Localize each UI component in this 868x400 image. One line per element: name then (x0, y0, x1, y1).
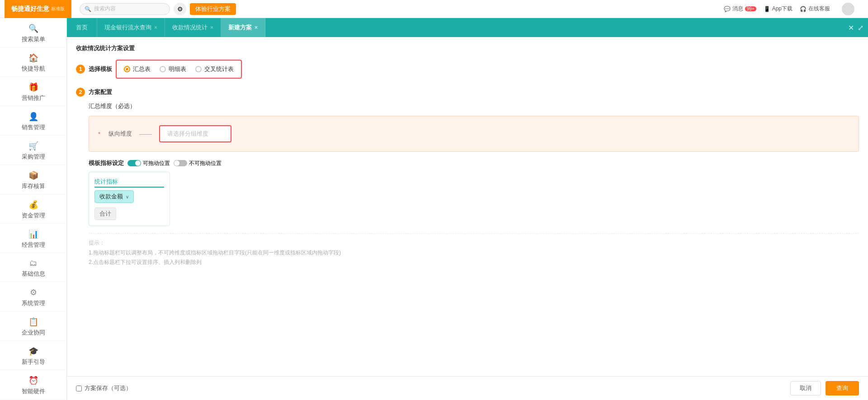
toggle-draggable[interactable] (127, 160, 141, 166)
gear-button[interactable]: ⚙ (174, 3, 186, 15)
tab-new-plan[interactable]: 新建方案 × (221, 18, 265, 37)
user-avatar[interactable] (842, 3, 854, 15)
sidebar-label-hardware: 智能硬件 (22, 387, 45, 395)
radio-cross[interactable]: 交叉统计表 (195, 65, 234, 73)
cart-icon: 🛒 (28, 141, 38, 151)
sidebar-label-inventory: 库存核算 (22, 182, 45, 190)
search-bar[interactable]: 🔍 搜索内容 (80, 3, 170, 15)
legend-fixed-label: 不可拖动位置 (189, 160, 222, 167)
dimension-title: 汇总维度（必选） (89, 102, 859, 110)
tab-expand-icon[interactable]: ⤢ (858, 24, 863, 32)
sidebar-item-enterprise[interactable]: 📋 企业协同 (0, 311, 66, 341)
tab-collection-label: 收款情况统计 (172, 24, 208, 32)
required-star: * (98, 131, 100, 137)
sidebar-item-marketing[interactable]: 🎁 营销推广 (0, 77, 66, 106)
download-icon: 📱 (764, 6, 770, 12)
save-checkbox[interactable]: 方案保存（可选） (76, 384, 132, 392)
sidebar-item-system[interactable]: ⚙ 系统管理 (0, 282, 66, 311)
sidebar-item-inventory[interactable]: 📦 库存核算 (0, 165, 66, 194)
sidebar-item-nav[interactable]: 🏠 快捷导航 (0, 47, 66, 77)
sidebar-item-basic[interactable]: 🗂 基础信息 (0, 253, 66, 282)
sidebar-item-guide[interactable]: 🎓 新手引导 (0, 341, 66, 370)
bottom-actions: 取消 查询 (790, 381, 859, 395)
indicators-section: 模板指标设定 可拖动位置 不可拖动位置 (89, 159, 859, 226)
sidebar-label-purchase: 采购管理 (22, 153, 45, 161)
service-item[interactable]: 🎧 在线客服 (800, 5, 830, 13)
tab-bar-end: ✕ ⤢ (848, 24, 868, 32)
download-label: App下载 (772, 5, 793, 13)
tab-close-icon[interactable]: ✕ (848, 24, 854, 32)
box-icon: 📦 (28, 170, 38, 180)
folder-icon: 🗂 (29, 259, 38, 268)
gift-icon: 🎁 (28, 82, 38, 92)
sidebar-item-finance[interactable]: 💰 资金管理 (0, 194, 66, 224)
clipboard-icon: 📋 (28, 317, 38, 327)
sidebar-label-enterprise: 企业协同 (22, 329, 45, 337)
indicators-title: 模板指标设定 (89, 159, 124, 167)
sidebar-item-sales[interactable]: 👤 销售管理 (0, 106, 66, 136)
indicator-static-total: 合计 (94, 207, 116, 220)
tab-home[interactable]: 首页 (67, 18, 97, 37)
sidebar-item-search[interactable]: 🔍 搜索菜单 (0, 18, 66, 47)
step2-content: 汇总维度（必选） * 纵向维度 —— 请选择分组维度 (76, 102, 859, 272)
tab-bar: 首页 现金银行流水查询 × 收款情况统计 × 新建方案 × ✕ ⤢ (67, 18, 868, 37)
step2-header: 2 方案配置 (76, 88, 859, 97)
sidebar-label-nav: 快捷导航 (22, 65, 45, 73)
radio-summary-circle (124, 66, 130, 72)
sidebar-label-system: 系统管理 (22, 299, 45, 307)
dim-label: 纵向维度 (108, 130, 132, 138)
sidebar-label-operations: 经营管理 (22, 241, 45, 249)
tab-cashflow[interactable]: 现金银行流水查询 × (97, 18, 165, 37)
bottom-bar: 方案保存（可选） 取消 查询 (67, 376, 868, 400)
chart-icon: 📊 (28, 229, 38, 239)
sidebar-item-hardware[interactable]: ⏰ 智能硬件 (0, 370, 66, 400)
tag-chevron-icon: ∨ (126, 194, 129, 199)
sidebar-label-basic: 基础信息 (22, 270, 45, 278)
sidebar-label-sales: 销售管理 (22, 123, 45, 132)
home-icon: 🏠 (28, 53, 38, 63)
tab-collection[interactable]: 收款情况统计 × (165, 18, 221, 37)
sidebar-label-guide: 新手引导 (22, 358, 45, 366)
radio-detail[interactable]: 明细表 (160, 65, 186, 73)
tab-home-label: 首页 (76, 24, 88, 32)
tab-cashflow-close[interactable]: × (154, 24, 157, 31)
dimension-area: * 纵向维度 —— 请选择分组维度 (89, 116, 859, 152)
gear-icon: ⚙ (177, 5, 183, 13)
content-area: 首页 现金银行流水查询 × 收款情况统计 × 新建方案 × ✕ ⤢ 收款情况统计… (67, 18, 868, 400)
cancel-button[interactable]: 取消 (790, 381, 821, 395)
toggle-fixed[interactable] (174, 160, 187, 166)
sidebar-item-operations[interactable]: 📊 经营管理 (0, 224, 66, 253)
message-item[interactable]: 💬 消息 99+ (724, 5, 756, 13)
sidebar: 🔍 搜索菜单 🏠 快捷导航 🎁 营销推广 👤 销售管理 🛒 采购管理 📦 库存核… (0, 18, 67, 400)
indicator-tag-label: 收款金额 (99, 193, 123, 201)
save-label: 方案保存（可选） (85, 384, 132, 392)
download-item[interactable]: 📱 App下载 (764, 5, 793, 13)
sidebar-item-purchase[interactable]: 🛒 采购管理 (0, 136, 66, 165)
tab-new-plan-close[interactable]: × (255, 24, 258, 31)
logo-text: 畅捷通好生意 (11, 5, 49, 13)
indicators-box: 统计指标 收款金额 ∨ 合计 (89, 172, 170, 226)
indicator-tag-amount[interactable]: 收款金额 ∨ (94, 190, 134, 203)
sidebar-label-finance: 资金管理 (22, 212, 45, 220)
radio-summary[interactable]: 汇总表 (124, 65, 151, 73)
tip-line-2: 2.点击标题栏下拉可设置排序、插入列和删除列 (89, 258, 859, 268)
radio-detail-label: 明细表 (169, 65, 186, 73)
save-checkbox-input[interactable] (76, 386, 82, 391)
query-button[interactable]: 查询 (826, 381, 859, 395)
hardware-icon: ⏰ (28, 376, 38, 386)
tab-collection-close[interactable]: × (210, 24, 213, 31)
tip-line-1: 1.拖动标题栏可以调整布局，不可跨维度或指标区域拖动栏目字段(只能在同一维度或指… (89, 248, 859, 258)
radio-cross-circle (195, 66, 202, 72)
search-icon: 🔍 (85, 6, 91, 12)
legend-fixed: 不可拖动位置 (174, 160, 222, 167)
step1-number: 1 (76, 65, 85, 74)
service-icon: 🎧 (800, 6, 807, 12)
user-icon: 👤 (28, 112, 38, 122)
dimension-select[interactable]: 请选择分组维度 (159, 125, 231, 142)
industry-button[interactable]: 体验行业方案 (190, 3, 236, 15)
dimension-row: * 纵向维度 —— 请选择分组维度 (98, 125, 849, 142)
step1-header: 1 选择模板 汇总表 明细表 (76, 60, 859, 79)
legend-draggable: 可拖动位置 (127, 160, 170, 167)
tips-section: 提示： 1.拖动标题栏可以调整布局，不可跨维度或指标区域拖动栏目字段(只能在同一… (89, 233, 859, 272)
dim-arrow: —— (139, 130, 152, 137)
